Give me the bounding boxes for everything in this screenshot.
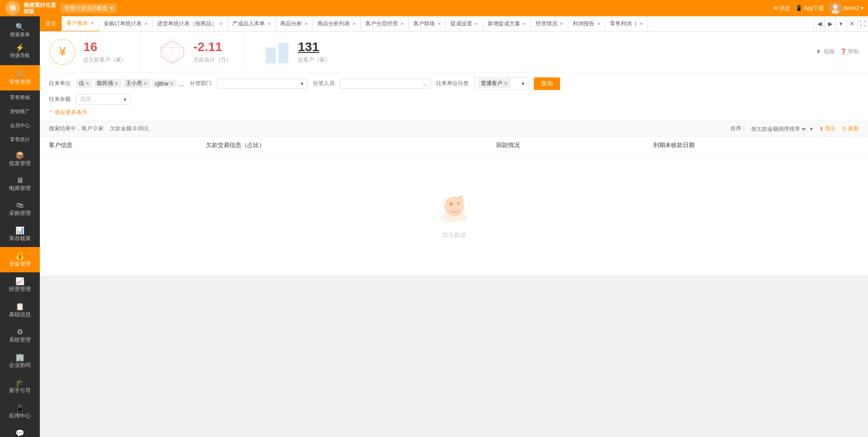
query-button[interactable]: 查询 [534, 77, 560, 90]
empty-state-label: 暂无数据 [442, 231, 466, 239]
close-tab-profit-report[interactable]: ✕ [597, 21, 600, 26]
svg-text:¥: ¥ [58, 44, 66, 58]
remove-tag-cjttcw[interactable]: ✕ [169, 81, 174, 87]
tab-product-analysis-list[interactable]: 商品分析列表 ✕ [313, 16, 361, 32]
svg-rect-16 [267, 50, 269, 52]
tab-profit-report[interactable]: 利润报告 ✕ [568, 16, 605, 32]
remainder-label: 往来余额 [49, 95, 71, 103]
close-tab-product-analysis[interactable]: ✕ [304, 21, 308, 26]
video-button[interactable]: ▶ 视频 [816, 48, 834, 56]
tab-next-button[interactable]: ▶ [825, 16, 835, 32]
tab-customer-tier[interactable]: 客户分层经营 ✕ [361, 16, 409, 32]
message-button[interactable]: ✉ 消息 [773, 5, 790, 12]
tab-stock-stats[interactable]: 进货单统计表（按商品） ✕ [153, 16, 228, 32]
close-tab-retail-profit[interactable]: ✕ [639, 21, 643, 26]
stat-card-debt-amount: -2.11 欠款合计（万） [141, 32, 245, 72]
svg-rect-17 [271, 50, 273, 52]
sidebar-item-member-center[interactable]: 会员中心 [0, 119, 40, 133]
tab-new-propose[interactable]: 新增提成方案 ✕ [483, 16, 531, 32]
sidebar-item-retail-mgmt[interactable]: 🛒 零售管理 [0, 65, 40, 90]
sidebar-quick-nav[interactable]: ⚡ 快捷导航 [0, 41, 40, 62]
sidebar-search[interactable]: 🔍 搜索菜单 [0, 20, 40, 41]
sidebar-item-batch-mgmt[interactable]: 📦 批发管理 [0, 147, 40, 172]
result-bar: 搜索结果中，客户 0 家 欠款金额 0.00元 排序： 按欠款金额倒序排序 [40, 121, 868, 137]
sidebar-item-purchase[interactable]: 🛍 采购管理 [0, 197, 40, 222]
svg-rect-22 [280, 50, 282, 52]
tab-close-all-button[interactable]: ✕ [846, 16, 857, 32]
remove-tag-wang[interactable]: ✕ [143, 81, 148, 87]
account-selector[interactable]: 母婴行业演示帐套 ▾ [61, 4, 117, 13]
sort-select[interactable]: 按欠款金额倒序排序 [749, 125, 807, 133]
close-tab-product-analysis-list[interactable]: ✕ [352, 21, 356, 26]
svg-rect-25 [284, 54, 286, 57]
sidebar-item-enterprise[interactable]: 🏢 企业协同 [0, 348, 40, 374]
col-repayment: 回款情况 [487, 137, 644, 154]
sidebar-item-basic-info[interactable]: 📋 基础信息 [0, 298, 40, 323]
remainder-dropdown[interactable]: 选择... ▾ [76, 94, 130, 105]
help-button[interactable]: ❓ 帮助 [840, 48, 859, 56]
collapse-button[interactable]: ⌃ 收起更多条件 [49, 109, 859, 116]
tag-cjttcw[interactable]: cjttcw ✕ [152, 80, 177, 88]
close-tab-propose-settings[interactable]: ✕ [475, 21, 478, 26]
stat-value-debt-customers: 16 [83, 40, 127, 54]
tag-wu[interactable]: 伍 ✕ [76, 79, 92, 88]
more-tags-button[interactable]: ... [178, 80, 184, 88]
sidebar-item-finance[interactable]: 💰 资金管理 [0, 247, 40, 272]
close-tab-new-propose[interactable]: ✕ [523, 21, 526, 26]
remove-tag-chen[interactable]: ✕ [114, 81, 119, 87]
tab-menu-button[interactable]: ▾ [835, 16, 846, 32]
close-tab-accounts[interactable]: ✕ [91, 21, 94, 26]
sidebar-item-system[interactable]: ⚙ 系统管理 [0, 323, 40, 348]
close-tab-stock-stats[interactable]: ✕ [219, 21, 223, 26]
close-tab-customer-tier[interactable]: ✕ [400, 21, 404, 26]
sidebar-item-wechat[interactable]: 💬 企业微信 [0, 424, 40, 437]
sidebar-item-retail-stats[interactable]: 零售统计 [0, 133, 40, 147]
tab-prev-button[interactable]: ◀ [814, 16, 825, 32]
tab-operation-status[interactable]: 经营情况 ✕ [531, 16, 568, 32]
tab-propose-settings[interactable]: 提成设置 ✕ [446, 16, 483, 32]
unit-class-label: 往来单位分类 [436, 80, 469, 87]
filter-row-2: 往来余额 选择... ▾ [49, 94, 859, 105]
close-tab-customer-contact[interactable]: ✕ [437, 21, 441, 26]
sidebar-item-marketing[interactable]: 营销推广 [0, 104, 40, 119]
logo-icon: 畅 [5, 0, 21, 16]
svg-point-28 [449, 202, 453, 206]
department-dropdown[interactable]: ▾ [217, 79, 307, 89]
top-right-actions: ✉ 消息 📱 App下载 demo2 ▾ [773, 2, 863, 14]
remove-tag-normal-customer[interactable]: ✕ [504, 81, 508, 87]
tag-normal-customer[interactable]: 普通客户 ✕ [478, 79, 511, 88]
export-button[interactable]: ⬆ 导出 [819, 125, 836, 133]
sidebar-item-operation[interactable]: 📈 经营管理 [0, 272, 40, 298]
close-tab-purchase-order[interactable]: ✕ [144, 21, 148, 26]
tab-purchase-order[interactable]: 采购订单统计表 ✕ [99, 16, 153, 32]
close-tab-operation-status[interactable]: ✕ [560, 21, 563, 26]
close-tab-product-in[interactable]: ✕ [267, 21, 271, 26]
remove-tag-wu[interactable]: ✕ [85, 81, 90, 87]
logo-line2: 标版 [24, 8, 56, 14]
user-menu[interactable]: demo2 ▾ [830, 2, 863, 14]
sidebar-item-retail-shop[interactable]: 零售商城 [0, 90, 40, 104]
tab-product-analysis[interactable]: 商品分析 ✕ [276, 16, 313, 32]
tab-retail-profit[interactable]: 零售利润（ ✕ [605, 16, 648, 32]
tab-fullscreen-button[interactable]: ⛶ [857, 16, 868, 32]
sidebar-item-newbie[interactable]: 🎓 新手引导 [0, 374, 40, 399]
sidebar-item-inventory[interactable]: 📊 库存核算 [0, 222, 40, 247]
sidebar-item-ecommerce[interactable]: 🖥 电商管理 [0, 172, 40, 197]
app-download-button[interactable]: 📱 App下载 [796, 5, 824, 12]
logo-line1: 畅捷通好生意 [24, 2, 56, 8]
tab-accounts[interactable]: 客户账本 ✕ [62, 16, 99, 32]
tab-home[interactable]: 首页 [40, 16, 62, 32]
staff-dropdown[interactable]: ... [340, 79, 431, 89]
svg-rect-18 [267, 54, 269, 57]
stat-value-debt-amount: -2.11 [193, 40, 231, 54]
tab-customer-contact[interactable]: 客户联络 ✕ [409, 16, 446, 32]
stat-label-total-customers: 总客户（家） [298, 56, 331, 64]
tab-product-in[interactable]: 产成品入库单 ✕ [228, 16, 276, 32]
sidebar-item-app-center[interactable]: 📱 应用中心 [0, 399, 40, 424]
tag-wang[interactable]: 王小亮 ✕ [123, 79, 150, 88]
tag-chen[interactable]: 陈民强 ✕ [94, 79, 121, 88]
refresh-button[interactable]: ↻ 刷新 [842, 125, 859, 133]
data-table: 客户信息 欠款交易信息（占比） 回款情况 到期未收款日期 [40, 137, 868, 154]
logo-area: 畅 畅捷通好生意 标版 [5, 0, 56, 16]
unit-class-dropdown[interactable]: 普通客户 ✕ ▾ [474, 77, 528, 90]
